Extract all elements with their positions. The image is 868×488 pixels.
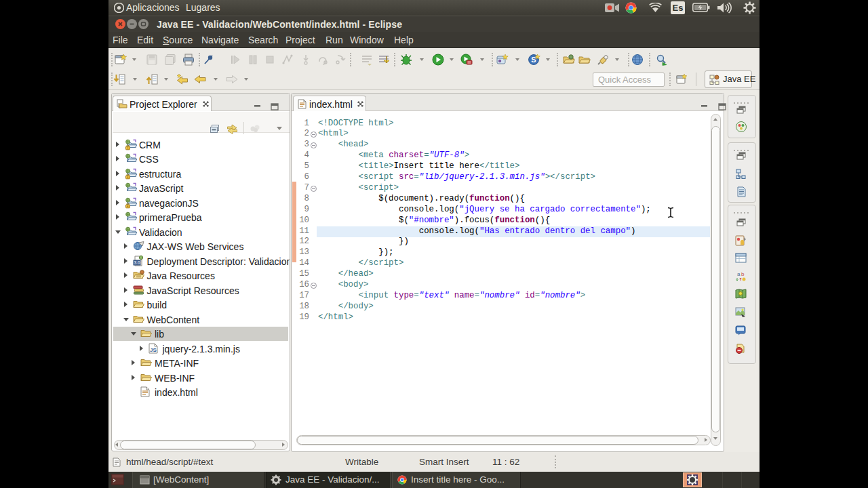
svg-text:a: a [737, 271, 741, 277]
svg-text:S: S [531, 56, 536, 64]
svg-text:b: b [741, 271, 745, 277]
svg-text:3.0: 3.0 [134, 260, 140, 264]
svg-text:JS: JS [150, 346, 157, 352]
